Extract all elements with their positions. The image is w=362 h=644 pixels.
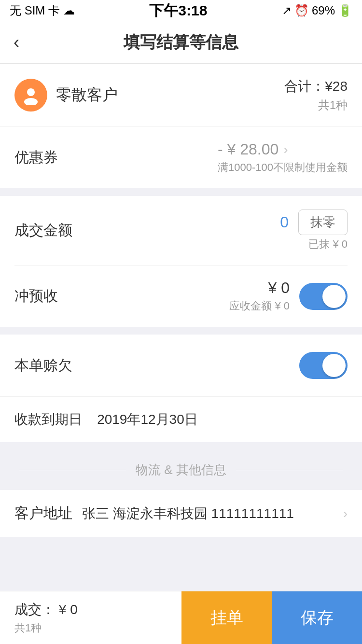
sim-label: 无 SIM 卡 ☁ <box>10 3 75 18</box>
back-button[interactable]: ‹ <box>14 32 19 53</box>
svg-point-0 <box>27 88 35 96</box>
status-time: 下午3:18 <box>149 1 207 21</box>
due-date-value: 2019年12月30日 <box>97 412 198 427</box>
bottom-summary: 成交： ¥ 0 共1种 <box>0 601 181 635</box>
bottom-count-label: 共1种 <box>14 621 167 635</box>
address-value: 张三 海淀永丰科技园 11111111111 <box>82 504 338 523</box>
coupon-chevron-icon: › <box>283 142 288 157</box>
customer-name: 零散客户 <box>56 84 118 106</box>
amount-section: 成交金额 0 抹零 已抹 ¥ 0 冲预收 ¥ 0 应收金额 ¥ 0 <box>0 196 362 327</box>
prepay-amount: ¥ 0 <box>268 279 290 297</box>
amount-label: 成交金额 <box>14 221 72 240</box>
due-date-row: 收款到期日 2019年12月30日 <box>0 396 362 442</box>
alarm-icon: ⏰ <box>294 4 309 17</box>
svg-point-1 <box>24 98 38 105</box>
save-button[interactable]: 保存 <box>272 591 362 644</box>
address-section: 客户地址 张三 海淀永丰科技园 11111111111 › <box>0 490 362 537</box>
user-icon <box>21 85 41 105</box>
hang-button[interactable]: 挂单 <box>181 591 272 644</box>
status-right: ↗ ⏰ 69% 🔋 <box>282 4 352 17</box>
address-label: 客户地址 <box>14 504 82 523</box>
round-button[interactable]: 抹零 <box>298 210 348 235</box>
due-date-text: 收款到期日 2019年12月30日 <box>14 412 198 427</box>
page-title: 填写结算等信息 <box>124 31 238 54</box>
amount-sub: 已抹 ¥ 0 <box>308 237 348 252</box>
customer-info: 零散客户 <box>14 79 118 112</box>
prepay-row: 冲预收 ¥ 0 应收金额 ¥ 0 <box>14 266 348 327</box>
location-icon: ↗ <box>282 4 292 17</box>
coupon-right: - ¥ 28.00 › 满1000-100不限制使用金额 <box>218 140 348 175</box>
customer-row: 零散客户 合计：¥28 共1种 <box>0 64 362 126</box>
prepay-label: 冲预收 <box>14 286 58 306</box>
customer-section: 零散客户 合计：¥28 共1种 优惠券 - ¥ 28.00 › 满1000-10… <box>0 64 362 188</box>
customer-summary: 合计：¥28 共1种 <box>284 77 348 113</box>
battery-label: 69% <box>312 4 335 17</box>
debt-label: 本单赊欠 <box>14 356 72 376</box>
address-chevron-icon: › <box>343 506 348 521</box>
prepay-toggle[interactable] <box>299 283 348 310</box>
debt-toggle-knob <box>322 354 346 377</box>
status-left: 无 SIM 卡 ☁ <box>10 3 75 18</box>
coupon-desc: 满1000-100不限制使用金额 <box>218 160 348 175</box>
address-row[interactable]: 客户地址 张三 海淀永丰科技园 11111111111 › <box>0 490 362 537</box>
bottom-bar: 成交： ¥ 0 共1种 挂单 保存 <box>0 591 362 644</box>
customer-total: 合计：¥28 <box>284 77 348 96</box>
avatar <box>14 79 47 112</box>
coupon-discount: - ¥ 28.00 <box>218 140 278 158</box>
prepay-sub: 应收金额 ¥ 0 <box>229 299 290 313</box>
nav-bar: ‹ 填写结算等信息 <box>0 21 362 64</box>
prepay-info: ¥ 0 应收金额 ¥ 0 <box>229 279 290 313</box>
logistics-label: 物流 & 其他信息 <box>136 462 226 478</box>
logistics-section: 物流 & 其他信息 <box>0 450 362 490</box>
divider-right <box>236 470 343 470</box>
due-date-label: 收款到期日 <box>14 412 82 427</box>
coupon-label: 优惠券 <box>14 148 58 168</box>
battery-icon: 🔋 <box>338 4 352 17</box>
coupon-row[interactable]: 优惠券 - ¥ 28.00 › 满1000-100不限制使用金额 <box>0 126 362 188</box>
debt-section: 本单赊欠 收款到期日 2019年12月30日 <box>0 335 362 442</box>
amount-value[interactable]: 0 <box>280 213 289 231</box>
bottom-deal-label: 成交： ¥ 0 <box>14 601 167 619</box>
customer-count: 共1种 <box>284 98 348 113</box>
debt-row: 本单赊欠 <box>0 335 362 396</box>
debt-toggle[interactable] <box>299 352 348 379</box>
transaction-amount-row: 成交金额 0 抹零 已抹 ¥ 0 <box>14 196 348 266</box>
status-bar: 无 SIM 卡 ☁ 下午3:18 ↗ ⏰ 69% 🔋 <box>0 0 362 21</box>
divider-left <box>19 470 126 470</box>
toggle-knob <box>322 285 346 308</box>
logistics-divider: 物流 & 其他信息 <box>0 462 362 478</box>
